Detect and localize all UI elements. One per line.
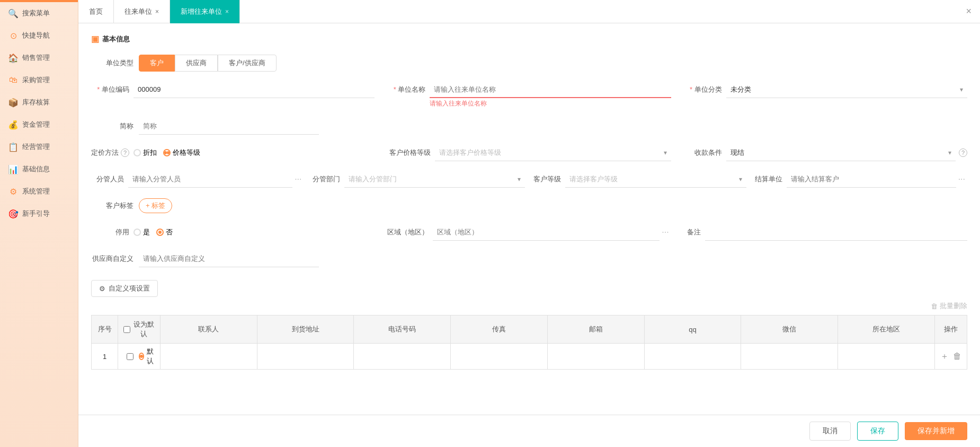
custom-settings-label: 自定义项设置 xyxy=(109,284,150,293)
unit-code-input[interactable] xyxy=(133,81,375,98)
unit-name-group: 单位名称 请输入往来单位名称 xyxy=(387,81,671,108)
type-btn-both[interactable]: 客户/供应商 xyxy=(218,55,277,72)
tab-new-contact-close[interactable]: × xyxy=(225,8,229,15)
unit-type-label: 单位类型 xyxy=(91,55,139,72)
customer-level-select[interactable]: 请选择客户等级 ▾ xyxy=(565,171,746,188)
form-content: ▣ 基本信息 单位类型 客户 供应商 客户/供应商 单位编码 单位名称 xyxy=(78,23,980,415)
cell-email[interactable] xyxy=(547,344,644,370)
payment-terms-help-icon[interactable]: ? xyxy=(959,148,967,157)
manager-input[interactable] xyxy=(128,171,292,188)
home-icon: ⊙ xyxy=(8,31,18,40)
unit-name-input[interactable] xyxy=(430,81,671,98)
disabled-options: 是 否 xyxy=(133,224,375,241)
add-row-button[interactable]: ＋ xyxy=(940,351,949,362)
tab-contacts[interactable]: 往来单位 × xyxy=(114,0,170,23)
customer-price-level-label: 客户价格等级 xyxy=(387,144,435,161)
table-row: 1 默认 xyxy=(92,344,967,370)
cell-contact[interactable] xyxy=(161,344,257,370)
cell-qq[interactable] xyxy=(644,344,741,370)
supplier-custom-input[interactable] xyxy=(139,250,319,267)
sidebar-item-guide[interactable]: 🎯 新手引导 xyxy=(0,203,78,225)
sidebar-item-sales[interactable]: 🏠 销售管理 xyxy=(0,47,78,69)
tab-home-label: 首页 xyxy=(89,7,103,16)
sidebar-item-operations[interactable]: 📋 经营管理 xyxy=(0,136,78,158)
wechat-input[interactable] xyxy=(746,353,832,361)
sidebar-item-inventory[interactable]: 📦 库存核算 xyxy=(0,91,78,113)
radio-price-level[interactable]: 价格等级 xyxy=(163,148,200,157)
save-button[interactable]: 保存 xyxy=(857,422,898,441)
cell-phone[interactable] xyxy=(354,344,451,370)
manager-more-button[interactable]: ··· xyxy=(292,174,304,184)
row-checkbox[interactable] xyxy=(123,353,137,360)
select-all-checkbox[interactable] xyxy=(123,326,130,333)
unit-name-input-wrap: 请输入往来单位名称 xyxy=(430,81,671,108)
settlement-more-button[interactable]: ··· xyxy=(956,174,967,184)
customer-price-level-select[interactable]: 请选择客户价格等级 ▾ xyxy=(435,144,671,161)
chevron-down-icon: ▾ xyxy=(948,149,951,156)
customer-price-level-placeholder: 请选择客户价格等级 xyxy=(439,148,663,157)
tab-contacts-label: 往来单位 xyxy=(124,7,152,16)
region-input[interactable] xyxy=(433,224,660,241)
close-all-tabs-button[interactable]: × xyxy=(957,6,980,17)
radio-no-dot xyxy=(156,229,164,236)
supplier-custom-label: 供应商自定义 xyxy=(91,250,139,267)
contact-input[interactable] xyxy=(166,353,252,361)
col-no: 序号 xyxy=(92,315,118,344)
payment-terms-select[interactable]: 现结 ▾ xyxy=(726,144,956,161)
qq-input[interactable] xyxy=(650,353,736,361)
tab-home[interactable]: 首页 xyxy=(78,0,114,23)
chevron-down-icon: ▾ xyxy=(960,86,963,93)
batch-delete-label[interactable]: 批量删除 xyxy=(940,301,967,311)
unit-category-value: 未分类 xyxy=(730,85,960,94)
unit-name-label: 单位名称 xyxy=(387,81,430,98)
pricing-label: 定价方法 ? xyxy=(91,144,133,161)
location-input[interactable] xyxy=(843,353,929,361)
default-radio[interactable] xyxy=(139,353,144,360)
sidebar-item-finance[interactable]: 💰 资金管理 xyxy=(0,113,78,136)
save-new-button[interactable]: 保存并新增 xyxy=(905,422,967,440)
settlement-input[interactable] xyxy=(787,171,956,188)
dept-select[interactable]: 请输入分管部门 ▾ xyxy=(344,171,525,188)
delete-row-button[interactable]: 🗑 xyxy=(953,352,961,361)
unit-code-group: 单位编码 xyxy=(91,81,375,98)
section-title-text: 基本信息 xyxy=(102,34,130,44)
settlement-group: 结算单位 ··· xyxy=(755,171,968,188)
radio-discount[interactable]: 折扣 xyxy=(133,148,157,157)
supplier-custom-input-wrap xyxy=(139,250,319,267)
type-btn-customer[interactable]: 客户 xyxy=(139,55,175,72)
radio-no[interactable]: 否 xyxy=(156,227,173,237)
pricing-help-icon[interactable]: ? xyxy=(121,148,129,157)
abbr-label: 简称 xyxy=(91,118,139,135)
radio-yes[interactable]: 是 xyxy=(133,227,150,237)
radio-discount-dot xyxy=(133,149,141,156)
address-input[interactable] xyxy=(263,353,349,361)
type-btn-supplier[interactable]: 供应商 xyxy=(175,55,218,72)
sidebar-item-purchase[interactable]: 🛍 采购管理 xyxy=(0,69,78,91)
abbr-input[interactable] xyxy=(139,118,319,135)
col-fax: 传真 xyxy=(451,315,548,344)
custom-settings-button[interactable]: ⚙ 自定义项设置 xyxy=(91,280,158,297)
unit-category-select[interactable]: 未分类 ▾ xyxy=(726,81,967,98)
sidebar-item-label: 资金管理 xyxy=(22,120,50,129)
sidebar-item-system[interactable]: ⚙ 系统管理 xyxy=(0,180,78,203)
sidebar-item-label: 基础信息 xyxy=(22,164,50,174)
add-tag-button[interactable]: + 标签 xyxy=(139,198,172,213)
cell-location[interactable] xyxy=(838,344,935,370)
cell-fax[interactable] xyxy=(451,344,548,370)
cancel-button[interactable]: 取消 xyxy=(809,422,851,441)
tab-contacts-close[interactable]: × xyxy=(155,8,159,15)
sidebar-item-basic[interactable]: 📊 基础信息 xyxy=(0,158,78,180)
tab-bar: 首页 往来单位 × 新增往来单位 × × xyxy=(78,0,980,23)
remarks-input[interactable] xyxy=(705,224,967,241)
region-more-button[interactable]: ··· xyxy=(660,227,671,237)
sidebar-item-quicknav[interactable]: ⊙ 快捷导航 xyxy=(0,24,78,47)
cell-wechat[interactable] xyxy=(741,344,838,370)
payment-terms-label: 收款条件 xyxy=(684,144,726,161)
email-input[interactable] xyxy=(553,353,639,361)
fax-input[interactable] xyxy=(456,353,542,361)
tab-new-contact[interactable]: 新增往来单位 × xyxy=(170,0,240,23)
phone-input[interactable] xyxy=(359,353,445,361)
cell-address[interactable] xyxy=(257,344,354,370)
col-actions: 操作 xyxy=(934,315,967,344)
sidebar-item-search[interactable]: 🔍 搜索菜单 xyxy=(0,2,78,24)
